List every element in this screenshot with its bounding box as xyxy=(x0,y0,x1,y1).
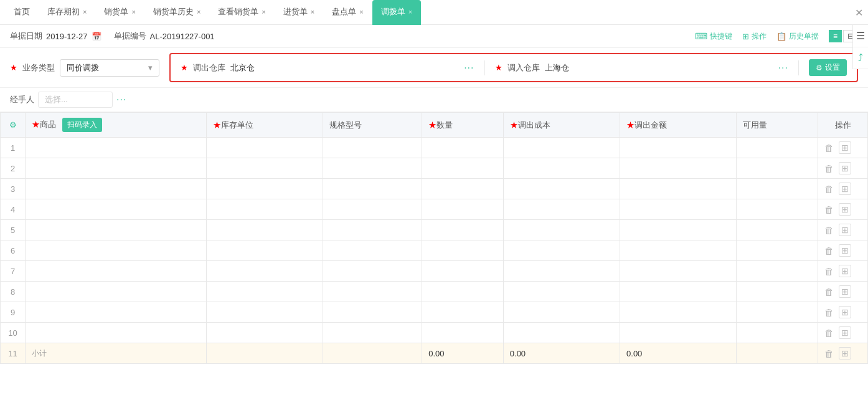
cell-quantity[interactable] xyxy=(422,158,504,179)
trash-icon[interactable]: 🗑 xyxy=(824,143,834,153)
cell-amount[interactable] xyxy=(620,261,737,282)
cell-cost[interactable] xyxy=(503,199,620,220)
cell-amount[interactable] xyxy=(620,302,737,323)
cell-cost[interactable] xyxy=(503,240,620,261)
trash-icon[interactable]: 🗑 xyxy=(824,184,834,194)
cell-spec[interactable] xyxy=(323,323,422,343)
cell-product[interactable] xyxy=(26,199,207,220)
close-check-sales[interactable]: × xyxy=(262,8,265,16)
cell-unit[interactable] xyxy=(206,158,323,179)
cell-available[interactable] xyxy=(737,282,818,302)
history-btn[interactable]: 📋 历史单据 xyxy=(776,31,819,42)
calendar-icon[interactable]: 📅 xyxy=(92,32,101,41)
cell-spec[interactable] xyxy=(323,261,422,282)
shortcuts-btn[interactable]: ⌨ 快捷键 xyxy=(695,31,732,42)
cell-cost[interactable] xyxy=(503,261,620,282)
cell-product[interactable] xyxy=(26,261,207,282)
copy-icon[interactable]: ⊞ xyxy=(839,265,851,277)
cell-product[interactable] xyxy=(26,282,207,302)
trash-icon[interactable]: 🗑 xyxy=(824,225,834,236)
cell-unit[interactable] xyxy=(206,261,323,282)
close-purchase-order[interactable]: × xyxy=(311,8,314,16)
tab-transfer[interactable]: 调拨单 × xyxy=(372,0,421,25)
trash-icon[interactable]: 🗑 xyxy=(824,245,834,256)
tab-inventory-init[interactable]: 库存期初 × xyxy=(39,0,95,25)
cell-cost[interactable] xyxy=(503,302,620,323)
cell-cost[interactable] xyxy=(503,138,620,158)
cell-quantity[interactable] xyxy=(422,323,504,343)
cell-spec[interactable] xyxy=(323,199,422,220)
cell-spec[interactable] xyxy=(323,240,422,261)
close-window-btn[interactable]: ✕ xyxy=(855,6,863,18)
cell-amount[interactable] xyxy=(620,138,737,158)
copy-icon[interactable]: ⊞ xyxy=(839,183,851,195)
copy-icon[interactable]: ⊞ xyxy=(839,306,851,318)
cell-unit[interactable] xyxy=(206,138,323,158)
tab-stocktake[interactable]: 盘点单 × xyxy=(323,0,372,25)
person-select[interactable]: 选择... xyxy=(38,92,113,108)
cell-quantity[interactable] xyxy=(422,302,504,323)
copy-icon[interactable]: ⊞ xyxy=(839,141,851,154)
cell-cost[interactable] xyxy=(503,158,620,179)
tab-sales-order[interactable]: 销货单 × xyxy=(95,0,144,25)
cell-cost[interactable] xyxy=(503,323,620,343)
copy-icon[interactable]: ⊞ xyxy=(839,162,851,174)
cell-cost[interactable] xyxy=(503,282,620,302)
tab-sales-history[interactable]: 销货单历史 × xyxy=(144,0,209,25)
cell-product[interactable] xyxy=(26,323,207,343)
copy-icon[interactable]: ⊞ xyxy=(839,244,851,257)
business-type-select[interactable]: 同价调拨 ▾ xyxy=(60,59,159,77)
cell-cost[interactable] xyxy=(503,220,620,240)
cell-product[interactable] xyxy=(26,302,207,323)
tab-check-sales[interactable]: 查看销货单 × xyxy=(209,0,274,25)
cell-amount[interactable] xyxy=(620,282,737,302)
cell-amount[interactable] xyxy=(620,323,737,343)
trash-icon[interactable]: 🗑 xyxy=(824,287,834,297)
cell-amount[interactable] xyxy=(620,179,737,199)
gear-icon[interactable]: ⚙ xyxy=(9,120,17,130)
cell-spec[interactable] xyxy=(323,138,422,158)
cell-available[interactable] xyxy=(737,261,818,282)
close-inventory-init[interactable]: × xyxy=(83,8,87,16)
cell-cost[interactable] xyxy=(503,179,620,199)
cell-spec[interactable] xyxy=(323,282,422,302)
close-sales-history[interactable]: × xyxy=(197,8,200,16)
copy-icon[interactable]: ⊞ xyxy=(839,203,851,216)
cell-quantity[interactable] xyxy=(422,199,504,220)
cell-product[interactable] xyxy=(26,158,207,179)
view-list-btn[interactable]: ≡ xyxy=(829,30,842,42)
cell-spec[interactable] xyxy=(323,179,422,199)
scan-btn[interactable]: 扫码录入 xyxy=(62,118,102,132)
cell-amount[interactable] xyxy=(620,158,737,179)
trash-icon[interactable]: 🗑 xyxy=(824,266,834,277)
cell-quantity[interactable] xyxy=(422,220,504,240)
cell-product[interactable] xyxy=(26,240,207,261)
trash-icon[interactable]: 🗑 xyxy=(824,163,834,174)
cell-unit[interactable] xyxy=(206,179,323,199)
cell-available[interactable] xyxy=(737,179,818,199)
cell-amount[interactable] xyxy=(620,240,737,261)
cell-unit[interactable] xyxy=(206,282,323,302)
cell-available[interactable] xyxy=(737,240,818,261)
cell-quantity[interactable] xyxy=(422,138,504,158)
cell-product[interactable] xyxy=(26,138,207,158)
right-panel-export-btn[interactable]: ⤴ xyxy=(853,47,868,69)
actions-btn[interactable]: ⊞ 操作 xyxy=(742,31,767,42)
copy-icon[interactable]: ⊞ xyxy=(839,285,851,298)
cell-unit[interactable] xyxy=(206,240,323,261)
copy-icon[interactable]: ⊞ xyxy=(839,224,851,236)
person-ellipsis[interactable]: ··· xyxy=(116,94,126,105)
cell-unit[interactable] xyxy=(206,323,323,343)
cell-available[interactable] xyxy=(737,199,818,220)
warehouse-in-ellipsis[interactable]: ··· xyxy=(778,62,788,74)
cell-available[interactable] xyxy=(737,138,818,158)
close-stocktake[interactable]: × xyxy=(359,8,363,16)
cell-quantity[interactable] xyxy=(422,240,504,261)
cell-available[interactable] xyxy=(737,220,818,240)
cell-unit[interactable] xyxy=(206,302,323,323)
copy-icon[interactable]: ⊞ xyxy=(839,326,851,339)
trash-icon[interactable]: 🗑 xyxy=(824,307,834,318)
cell-available[interactable] xyxy=(737,323,818,343)
close-transfer[interactable]: × xyxy=(408,8,412,16)
cell-quantity[interactable] xyxy=(422,179,504,199)
